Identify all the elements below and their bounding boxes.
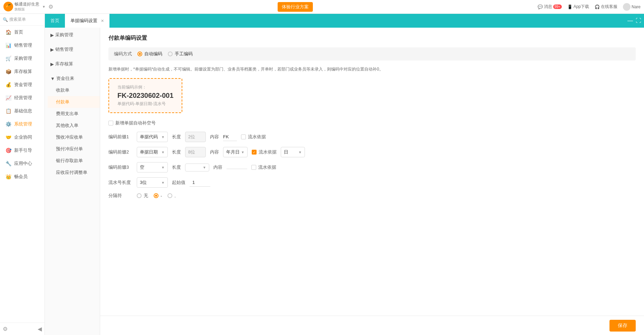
sec-arrow-purchase: ▶ xyxy=(50,32,54,38)
tab-encoding[interactable]: 单据编码设置 ✕ xyxy=(65,14,109,28)
sep-dot1-label: - xyxy=(161,193,162,198)
sec-submenu-funds: 收款单 付款单 费用支出单 其他收入单 预收冲应收单 xyxy=(45,84,100,178)
tab-bar-actions: — ⛶ xyxy=(627,18,644,24)
tab-close-icon[interactable]: ✕ xyxy=(101,19,104,23)
serial-length-select[interactable]: 3位 ▼ xyxy=(137,177,168,188)
user-area[interactable]: Nare xyxy=(623,3,641,11)
settings-icon[interactable]: ⚙ xyxy=(48,3,53,10)
sidebar-label-system: 系统管理 xyxy=(14,121,32,127)
sec-header-inventory[interactable]: ▶ 库存核算 xyxy=(45,58,100,70)
logo-dropdown-icon[interactable]: ▼ xyxy=(42,5,46,9)
prefix3-serial-label: 流水依据 xyxy=(258,164,276,170)
radio-auto-label: 自动编码 xyxy=(144,51,162,57)
sidebar-item-purchase[interactable]: 🛒 采购管理 xyxy=(0,52,45,65)
online-service[interactable]: 🎧 在线客服 xyxy=(595,4,617,10)
secondary-sidebar: ▶ 采购管理 ▶ 销售管理 ▶ 库存核算 xyxy=(45,28,100,335)
sec-item-expense[interactable]: 费用支出单 xyxy=(48,108,100,120)
sidebar-label-enterprise: 企业协同 xyxy=(14,134,32,140)
app-download[interactable]: 📱 App下载 xyxy=(567,4,589,10)
sidebar-search[interactable]: 🔍 搜索菜单 xyxy=(0,14,45,26)
logo-sub: 旗舰版 xyxy=(15,7,39,12)
prefix1-serial-row: 流水依据 xyxy=(241,134,266,140)
sep-radio-none[interactable]: 无 xyxy=(137,193,148,199)
radio-auto-circle xyxy=(137,52,142,56)
message-icon: 💬 xyxy=(538,4,543,9)
sidebar-item-enterprise[interactable]: 🤝 企业协同 xyxy=(0,131,45,144)
sec-header-funds[interactable]: ▼ 资金往来 xyxy=(45,73,100,84)
sec-header-sales[interactable]: ▶ 销售管理 xyxy=(45,44,100,55)
sidebar-item-system[interactable]: ⚙️ 系统管理 xyxy=(0,118,45,131)
encoding-method-label: 编码方式 xyxy=(114,51,132,57)
sidebar-item-finance[interactable]: 💰 资金管理 xyxy=(0,78,45,91)
prefix3-length-label: 长度 xyxy=(172,164,181,170)
sec-item-bank[interactable]: 银行存取款单 xyxy=(48,155,100,167)
sec-label-other-income: 其他收入单 xyxy=(56,122,78,129)
sec-label-advance-pay: 预付冲应付单 xyxy=(56,146,83,152)
trial-button[interactable]: 体验行业方案 xyxy=(278,2,313,12)
prefix2-serial-unit-select[interactable]: 日 ▼ xyxy=(281,147,305,157)
sidebar-collapse-icon[interactable]: ◀ xyxy=(38,326,42,332)
tab-home-label: 首页 xyxy=(50,18,59,24)
sidebar-label-operation: 经营管理 xyxy=(14,95,32,101)
sec-item-other-income[interactable]: 其他收入单 xyxy=(48,120,100,131)
sec-label-advance-recv: 预收冲应收单 xyxy=(56,134,83,140)
sidebar-item-guide[interactable]: 🎯 新手引导 xyxy=(0,144,45,157)
prefix1-length-value: 2位 xyxy=(185,132,206,142)
sidebar-item-home[interactable]: 🏠 首页 xyxy=(0,26,45,39)
prefix1-select[interactable]: 单据代码 ▼ xyxy=(137,132,168,142)
prefix2-serial-checkbox[interactable]: ✓ xyxy=(252,150,257,155)
sidebar-settings-icon[interactable]: ⚙ xyxy=(3,326,8,332)
prefix2-content-select[interactable]: 年月日 ▼ xyxy=(223,147,248,157)
sub-layout: ▶ 采购管理 ▶ 销售管理 ▶ 库存核算 xyxy=(45,28,644,335)
sidebar-item-vip[interactable]: 👑 畅会员 xyxy=(0,170,45,183)
sep-radio-dot1[interactable]: - xyxy=(154,193,162,198)
username: Nare xyxy=(632,4,641,9)
app-download-label: App下载 xyxy=(574,4,589,10)
prefix2-select[interactable]: 单据日期 ▼ xyxy=(137,147,168,157)
sec-label-payment: 付款单 xyxy=(56,99,69,105)
prefix3-serial-checkbox[interactable] xyxy=(251,165,256,170)
tab-home[interactable]: 首页 xyxy=(45,14,65,28)
logo-text-block: 畅通道好生意 旗舰版 xyxy=(15,2,39,11)
sidebar-item-app-center[interactable]: 🔧 应用中心 xyxy=(0,157,45,170)
app-download-icon: 📱 xyxy=(567,4,573,9)
sidebar-item-sales[interactable]: 📊 销售管理 xyxy=(0,39,45,52)
sec-item-adjust[interactable]: 应收应付调整单 xyxy=(48,167,100,178)
radio-manual[interactable]: 手工编码 xyxy=(168,51,193,57)
radio-auto[interactable]: 自动编码 xyxy=(137,51,162,57)
sec-item-receipt[interactable]: 收款单 xyxy=(48,84,100,96)
prefix2-length-label: 长度 xyxy=(172,149,181,155)
prefix1-row: 编码前缀1 单据代码 ▼ 长度 2位 内容 FK 流水依 xyxy=(108,132,636,142)
prefix2-content-arrow-icon: ▼ xyxy=(241,150,244,154)
separator-label: 分隔符 xyxy=(108,193,133,199)
finance-icon: 💰 xyxy=(6,82,11,87)
sidebar-menu: 🏠 首页 📊 销售管理 🛒 采购管理 📦 库存核算 💰 资金管理 📈 经 xyxy=(0,26,45,323)
start-value: 1 xyxy=(192,180,195,185)
prefix3-length-select[interactable]: ▼ xyxy=(185,164,209,171)
sidebar-label-sales: 销售管理 xyxy=(14,42,32,48)
sidebar-item-operation[interactable]: 📈 经营管理 xyxy=(0,91,45,104)
sec-item-advance-pay[interactable]: 预付冲应付单 xyxy=(48,143,100,155)
prefix1-serial-checkbox[interactable] xyxy=(241,134,246,139)
sec-header-purchase[interactable]: ▶ 采购管理 xyxy=(45,29,100,41)
vip-icon: 👑 xyxy=(6,174,11,179)
prefix3-select[interactable]: 空 ▼ xyxy=(137,162,168,173)
auto-fill-checkbox[interactable] xyxy=(108,121,113,125)
system-icon: ⚙️ xyxy=(6,121,11,127)
tab-minimize-button[interactable]: — xyxy=(627,18,633,24)
sec-item-payment[interactable]: 付款单 xyxy=(48,96,100,108)
sep-radio-dot2[interactable]: . xyxy=(167,193,176,198)
serial-row: 流水号长度 3位 ▼ 起始值 1 xyxy=(108,177,636,188)
message-area[interactable]: 💬 消息 99+ xyxy=(538,4,562,10)
auto-fill-row: 新增单据自动补空号 xyxy=(108,120,636,126)
tab-maximize-button[interactable]: ⛶ xyxy=(636,18,641,24)
save-button[interactable]: 保存 xyxy=(609,320,636,332)
sec-item-advance-recv[interactable]: 预收冲应收单 xyxy=(48,131,100,143)
sidebar-item-inventory[interactable]: 📦 库存核算 xyxy=(0,65,45,78)
prefix1-content-label: 内容 xyxy=(210,134,219,140)
prefix1-content-value: FK xyxy=(223,133,237,141)
start-value-input[interactable]: 1 xyxy=(190,178,210,187)
top-bar-right: 💬 消息 99+ 📱 App下载 🎧 在线客服 Nare xyxy=(538,3,641,11)
message-badge: 99+ xyxy=(553,4,562,9)
sidebar-item-basic[interactable]: 📋 基础信息 xyxy=(0,104,45,118)
